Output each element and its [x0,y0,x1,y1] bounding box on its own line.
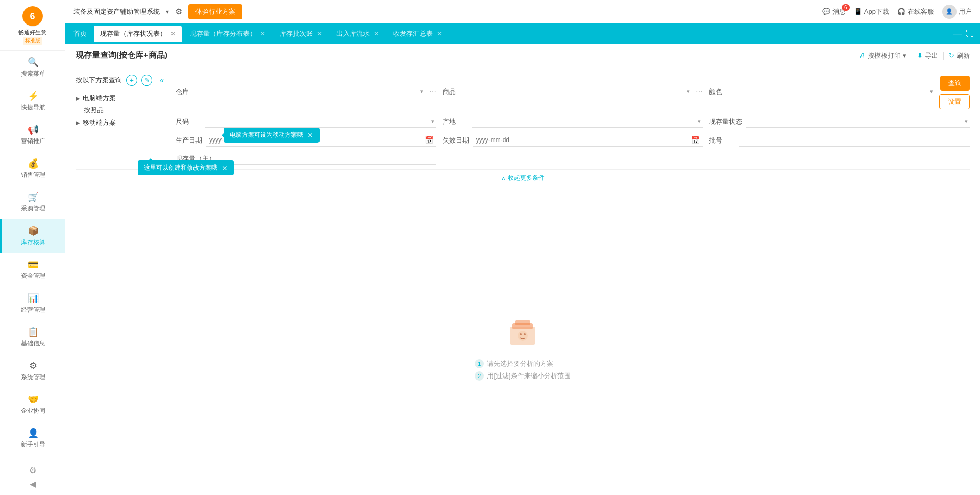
empty-hints: 1 请先选择要分析的方案 2 用[过滤]条件来缩小分析范围 [475,359,570,381]
color-select[interactable] [739,86,935,98]
trial-btn[interactable]: 体验行业方案 [188,4,242,19]
tab-minimize-icon[interactable]: — [953,29,962,38]
sidebar-item-label: 搜索菜单 [21,69,45,78]
stock-status-select[interactable] [746,115,970,127]
tab-close-inventory-dist[interactable]: ✕ [260,30,265,37]
field-size: 尺码 ▾ [176,115,436,128]
search-reset-col: 查询 设置 [939,75,970,109]
exp-date-label: 失效日期 [443,136,469,145]
tab-inventory-status[interactable]: 现存量（库存状况表） ✕ [94,26,182,42]
tab-in-out-flow[interactable]: 出入库流水 ✕ [330,26,385,42]
reset-btn[interactable]: 设置 [939,94,970,109]
online-support-btn[interactable]: 🎧 在线客服 [897,7,934,16]
stock-qty-range: — [219,153,436,165]
goods-select-wrap: ▾ [472,86,692,98]
sidebar-item-finance[interactable]: 💳 资金管理 [0,253,65,287]
hint-num-1: 1 [475,359,484,368]
scheme-desktop-children: 按照品 [76,104,167,116]
marketing-icon: 📢 [28,124,39,135]
edit-scheme-btn[interactable]: ✎ [141,75,153,86]
logo-name: 畅通好生意 [18,29,46,36]
warehouse-select[interactable] [205,86,425,98]
search-menu-icon: 🔍 [28,57,39,68]
sidebar-item-system[interactable]: ⚙ 系统管理 [0,354,65,388]
user-menu[interactable]: 👤 用户 [942,5,972,19]
tab-home[interactable]: 首页 [67,29,93,38]
size-select[interactable] [205,115,436,127]
warehouse-more-icon[interactable]: ⋯ [429,88,436,96]
exp-date-input[interactable] [476,136,690,144]
tooltip-scheme: 电脑方案可设为移动方案哦 ✕ [224,128,320,143]
tab-inventory-dist[interactable]: 现存量（库存分布表） ✕ [184,26,272,42]
add-scheme-btn[interactable]: + [126,75,137,86]
tooltip-scheme-text: 电脑方案可设为移动方案哦 [230,131,303,139]
sidebar-item-sales[interactable]: 💰 销售管理 [0,152,65,185]
tab-batch-ledger[interactable]: 库存批次账 ✕ [274,26,328,42]
warehouse-select-wrap: ▾ [205,86,425,98]
scheme-mobile[interactable]: ▶ 移动端方案 [76,116,167,129]
scheme-child-item[interactable]: 按照品 [84,104,167,116]
tab-close-batch-ledger[interactable]: ✕ [317,30,322,37]
sidebar-footer: ⚙ ◀ [0,459,65,495]
logo-icon: 6 [22,6,43,27]
user-label: 用户 [959,7,972,16]
prod-date-cal-icon[interactable]: 📅 [425,136,433,144]
empty-hint-1: 1 请先选择要分析的方案 [475,359,570,368]
scheme-desktop[interactable]: ▶ 电脑端方案 [76,92,167,104]
tooltip-create-close[interactable]: ✕ [222,164,228,172]
goods-more-icon[interactable]: ⋯ [696,88,703,96]
online-support-label: 在线客服 [908,7,934,16]
header-right: 💬 消息 6 📱 App下载 🎧 在线客服 👤 用户 [822,5,972,19]
sidebar-item-purchase[interactable]: 🛒 采购管理 [0,185,65,219]
goods-select[interactable] [472,86,692,98]
refresh-btn[interactable]: ↻ 刷新 [949,51,970,60]
collapse-icon: ∧ [501,175,506,182]
scheme-desktop-label: 电脑端方案 [83,93,167,103]
print-icon: 🖨 [859,52,866,59]
print-btn[interactable]: 🖨 按模板打印 ▾ [859,51,906,60]
sidebar-item-operations[interactable]: 📊 经营管理 [0,287,65,320]
tab-close-inventory-status[interactable]: ✕ [170,30,176,37]
origin-select-wrap: ▾ [472,115,703,128]
header-settings-icon[interactable]: ⚙ [175,7,182,16]
basic-info-icon: 📋 [28,326,39,338]
newbie-icon: 👤 [28,428,39,439]
sidebar-item-inventory[interactable]: 📦 库存核算 [0,219,65,253]
divider1 [912,52,912,60]
stock-qty-to[interactable] [274,155,315,162]
sidebar-item-label: 采购管理 [21,204,45,213]
arrow-scheme-btn[interactable]: « [156,75,167,86]
system-title: 装备及固定资产辅助管理系统 [74,7,160,16]
stock-status-select-wrap: ▾ [746,115,970,128]
tab-close-in-out-flow[interactable]: ✕ [374,30,379,37]
sidebar: 6 畅通好生意 标准版 🔍 搜索菜单 ⚡ 快捷导航 📢 营销推广 💰 销售管理 … [0,0,65,495]
purchase-icon: 🛒 [28,192,39,203]
origin-select[interactable] [472,115,703,127]
sidebar-item-enterprise[interactable]: 🤝 企业协同 [0,388,65,421]
message-btn[interactable]: 💬 消息 6 [822,7,846,16]
search-btn[interactable]: 查询 [940,76,970,91]
sidebar-item-basic-info[interactable]: 📋 基础信息 [0,320,65,354]
sidebar-settings-btn[interactable]: ⚙ [29,465,36,475]
app-download-btn[interactable]: 📱 App下载 [854,7,889,16]
sidebar-item-label: 快捷导航 [21,103,45,112]
tooltip-scheme-close[interactable]: ✕ [307,131,313,139]
refresh-icon: ↻ [949,52,954,59]
batch-input[interactable] [739,134,970,147]
tab-close-receipt-summary[interactable]: ✕ [437,30,442,37]
tab-receipt-summary[interactable]: 收发存汇总表 ✕ [387,26,448,42]
tab-maximize-icon[interactable]: ⛶ [966,29,974,38]
sidebar-item-label: 系统管理 [21,373,45,382]
export-btn[interactable]: ⬇ 导出 [917,51,938,60]
sidebar-item-search-menu[interactable]: 🔍 搜索菜单 [0,51,65,84]
exp-date-cal-icon[interactable]: 📅 [691,136,700,144]
field-exp-date: 失效日期 📅 [443,134,703,147]
filter-row-4: 现存量（主） — [176,153,970,165]
sidebar-collapse-btn[interactable]: ◀ [30,479,36,489]
sidebar-item-newbie[interactable]: 👤 新手引导 [0,421,65,455]
stock-status-label: 现存量状态 [709,117,742,126]
sidebar-item-marketing[interactable]: 📢 营销推广 [0,118,65,152]
sidebar-item-quick-nav[interactable]: ⚡ 快捷导航 [0,84,65,118]
message-icon: 💬 [822,8,830,15]
header-dropdown-icon[interactable]: ▾ [166,8,169,15]
